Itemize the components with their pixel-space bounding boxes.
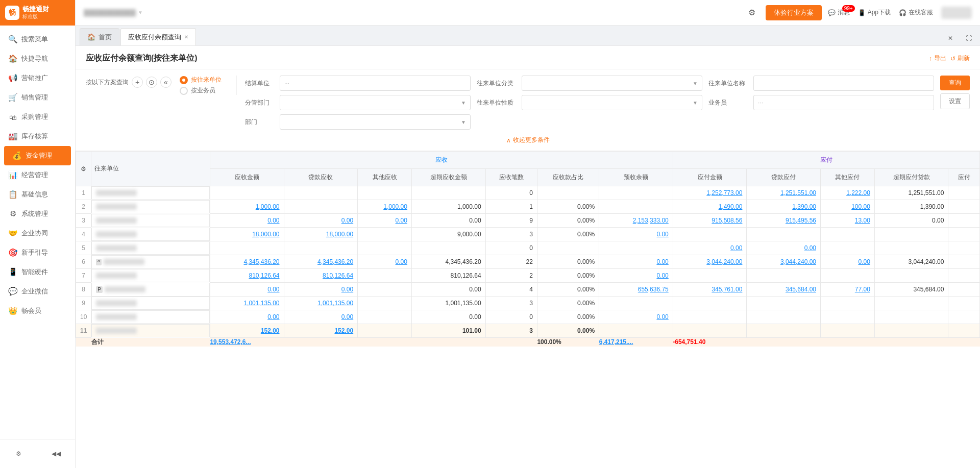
cell-link[interactable]: 0.00: [656, 258, 668, 265]
cell-link[interactable]: 1,222.00: [846, 189, 870, 196]
tab-expand-btn[interactable]: ⛶: [962, 31, 976, 45]
cell-link[interactable]: 0.00: [656, 231, 668, 238]
filter-collapse-btn[interactable]: «: [160, 77, 172, 88]
sidebar-settings-btn[interactable]: ⚙: [10, 445, 28, 463]
sidebar-item-sales[interactable]: 🛒 销售管理: [0, 88, 75, 107]
cell-link[interactable]: 152.00: [334, 327, 353, 334]
cell-link[interactable]: 0.00: [396, 217, 407, 224]
cell-link[interactable]: 18,000.00: [252, 231, 279, 238]
department-select[interactable]: ▼: [280, 114, 471, 130]
cell-link[interactable]: 810,126.64: [249, 272, 279, 279]
query-type-by-unit[interactable]: 按往来单位: [180, 76, 230, 84]
user-avatar-btn[interactable]: [941, 7, 972, 19]
sidebar-collapse-btn[interactable]: ◀◀: [47, 445, 65, 463]
cell-link[interactable]: 2,153,333.00: [633, 217, 669, 224]
cell-link[interactable]: 345,761.00: [712, 286, 742, 293]
partner-name: [96, 190, 137, 196]
cell-link[interactable]: 0.00: [267, 286, 279, 293]
sidebar-item-system[interactable]: ⚙ 系统管理: [0, 204, 75, 224]
cell-link[interactable]: 4,345,436.20: [243, 258, 279, 265]
cell-link[interactable]: 3,044,240.00: [780, 258, 816, 265]
sidebar-item-purchase[interactable]: 🛍 采购管理: [0, 107, 75, 127]
cell-link[interactable]: 0.00: [656, 272, 668, 279]
cell-value: 1: [529, 203, 533, 210]
cell-link[interactable]: 4,345,436.20: [317, 258, 353, 265]
dept-select[interactable]: ▼: [280, 95, 471, 110]
sidebar-item-hardware[interactable]: 📱 智能硬件: [0, 262, 75, 282]
cell-link[interactable]: 0.00: [341, 313, 353, 321]
tab-home[interactable]: 🏠 首页: [80, 28, 119, 45]
sidebar-item-quick-nav[interactable]: 🏠 快捷导航: [0, 49, 75, 68]
sidebar-item-inventory[interactable]: 🏭 库存核算: [0, 127, 75, 146]
cell-link[interactable]: 1,001,135.00: [243, 300, 279, 307]
cell-link[interactable]: 152.00: [261, 327, 280, 334]
cell-link[interactable]: 1,000.00: [383, 203, 407, 210]
query-type-by-staff[interactable]: 按业务员: [180, 86, 230, 95]
cell-link[interactable]: 1,252,773.00: [706, 189, 742, 196]
export-btn[interactable]: ↑ 导出: [929, 54, 946, 63]
sidebar-item-member[interactable]: 👑 畅会员: [0, 301, 75, 321]
cell-link[interactable]: 1,390.00: [792, 203, 816, 210]
settings-btn[interactable]: 设置: [940, 93, 970, 109]
cell-link[interactable]: 0.00: [730, 244, 742, 252]
cell-link[interactable]: 915,508.56: [712, 217, 742, 224]
sidebar-item-guide[interactable]: 🎯 新手引导: [0, 243, 75, 262]
query-btn[interactable]: 查询: [940, 76, 970, 90]
cell-link[interactable]: 0.00: [341, 217, 353, 224]
cell-link[interactable]: 0.00: [341, 286, 353, 293]
cell-link[interactable]: 0.00: [858, 258, 870, 265]
cell-link[interactable]: 1,000.00: [256, 203, 280, 210]
unit-category-select[interactable]: ▼: [522, 76, 702, 91]
filter-settings-btn[interactable]: ⊙: [146, 77, 157, 88]
th-ar-count: 应收笔数: [485, 169, 537, 186]
topbar-gear-btn[interactable]: ⚙: [744, 5, 760, 20]
cell-link[interactable]: 345,684.00: [786, 286, 816, 293]
cell-link[interactable]: 1,490.00: [719, 203, 743, 210]
filter-add-btn[interactable]: +: [132, 77, 143, 88]
cell-link[interactable]: 0.00: [804, 244, 816, 252]
unit-nature-select[interactable]: ▼: [522, 95, 702, 110]
cell-link[interactable]: 13.00: [855, 217, 870, 224]
sidebar-item-finance[interactable]: 💰 资金管理: [4, 146, 71, 165]
app-download-btn[interactable]: 📱 App下载: [858, 8, 891, 17]
cell-link[interactable]: 655,636.75: [638, 286, 669, 293]
salesperson-input[interactable]: ···: [753, 95, 934, 110]
service-btn[interactable]: 🎧 在线客服: [899, 8, 933, 17]
footer-ar-amount[interactable]: 19,553,472,6...: [210, 338, 284, 347]
refresh-btn[interactable]: ↺ 刷新: [950, 54, 970, 63]
cell-link[interactable]: 0.00: [267, 313, 279, 321]
cell-link[interactable]: 77.00: [855, 286, 870, 293]
filter-collapse-bar[interactable]: ∧ 收起更多条件: [86, 136, 970, 144]
sidebar-item-operations[interactable]: 📊 经营管理: [0, 165, 75, 185]
ar-count: 1: [485, 200, 537, 214]
sidebar-item-basic[interactable]: 📋 基础信息: [0, 185, 75, 204]
footer-prepay[interactable]: 6,417,215....: [599, 338, 673, 347]
cell-link[interactable]: 0.00: [267, 217, 279, 224]
partner-cell: [91, 310, 210, 324]
cell-link[interactable]: 3,044,240.00: [706, 258, 742, 265]
cell-link[interactable]: 810,126.64: [323, 272, 353, 279]
unit-name-input[interactable]: [753, 76, 934, 91]
tab-close-all-btn[interactable]: ✕: [943, 31, 958, 45]
settlement-input[interactable]: ···: [280, 76, 471, 91]
partner-tag: P: [96, 286, 103, 293]
cell-link[interactable]: 915,495.56: [786, 217, 816, 224]
th-ap-group: 应付: [673, 152, 979, 169]
th-gear[interactable]: ⚙: [76, 152, 91, 186]
sidebar-item-wechat[interactable]: 💬 企业微信: [0, 282, 75, 301]
cell-link[interactable]: 0.00: [396, 258, 407, 265]
cell-link[interactable]: 100.00: [851, 203, 870, 210]
sidebar-item-marketing[interactable]: 📢 营销推广: [0, 68, 75, 88]
cell-link[interactable]: 1,001,135.00: [317, 300, 353, 307]
cell-link[interactable]: 18,000.00: [326, 231, 353, 238]
sidebar-item-enterprise[interactable]: 🤝 企业协同: [0, 224, 75, 243]
cell-link[interactable]: 1,251,551.00: [780, 189, 816, 196]
cell-link[interactable]: 0.00: [656, 313, 668, 321]
sidebar: 畅 畅捷通财 标准版 🔍 搜索菜单 🏠 快捷导航 📢 营销推广 🛒 销售管理 🛍…: [0, 0, 76, 468]
sidebar-item-search-menu[interactable]: 🔍 搜索菜单: [0, 30, 75, 49]
promo-button[interactable]: 体验行业方案: [766, 5, 822, 20]
tab-close-btn[interactable]: ✕: [184, 34, 188, 40]
tab-query[interactable]: 应收应付余额查询 ✕: [120, 28, 196, 45]
page-header: 应收应付余额查询(按往来单位) ↑ 导出 ↺ 刷新: [76, 46, 980, 69]
message-btn[interactable]: 💬 消息 99+: [828, 8, 850, 17]
